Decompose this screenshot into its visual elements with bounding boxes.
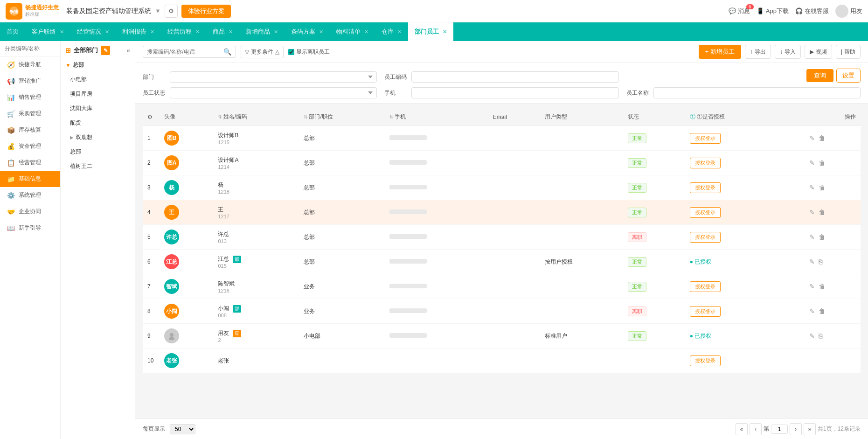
filter-dept-select[interactable] [170,71,377,83]
dept-item-zongbu[interactable]: 总部 [61,145,135,159]
auth-login-button[interactable]: 授权登录 [690,281,721,292]
left-nav-search-input[interactable] [5,45,61,52]
dept-edit-button[interactable]: ✎ [101,46,110,55]
edit-icon[interactable]: ✎ [809,307,815,315]
nav-item-finance[interactable]: 💰 资金管理 [0,138,60,154]
nav-item-profit[interactable]: 利润报告 ✕ [116,22,161,41]
auth-login-button[interactable]: 授权登录 [690,232,721,243]
settings-button[interactable]: ⚙ [165,5,178,18]
auth-login-button[interactable]: 授权登录 [690,306,721,317]
phone-sort-icon[interactable]: ⇅ [389,114,393,119]
nav-close-bom[interactable]: ✕ [364,29,368,35]
nav-item-operations[interactable]: 经营情况 ✕ [70,22,116,41]
dept-item-shenyang[interactable]: 沈阳大库 [61,101,135,116]
filter-status-select[interactable] [170,87,377,98]
delete-icon[interactable]: 🗑 [819,159,825,167]
show-resigned-input[interactable] [288,49,294,55]
nav-item-system[interactable]: ⚙️ 系统管理 [0,187,60,203]
edit-icon[interactable]: ✎ [809,283,815,290]
last-page-button[interactable]: » [804,423,816,435]
edit-icon[interactable]: ✎ [809,209,815,216]
first-page-button[interactable]: « [736,423,748,435]
dept-sort-icon[interactable]: ⇅ [304,114,307,119]
auth-login-button[interactable]: 授权登录 [690,182,721,193]
nav-item-shortcut[interactable]: 🧭 快捷导航 [0,56,60,73]
next-page-button[interactable]: › [790,423,802,435]
delete-icon[interactable]: 🗑 [819,184,825,191]
nav-item-warehouse[interactable]: 仓库 ✕ [375,22,408,41]
edit-icon[interactable]: ✎ [809,233,815,241]
auth-login-button[interactable]: 授权登录 [690,133,721,144]
nav-item-management[interactable]: 📋 经营管理 [0,154,60,171]
nav-item-sales[interactable]: 📊 销售管理 [0,89,60,105]
filter-name-input[interactable] [653,87,861,98]
edit-icon[interactable]: ✎ [809,159,815,167]
nav-item-marketing[interactable]: 📢 营销推广 [0,73,60,89]
prev-page-button[interactable]: ‹ [750,423,762,435]
auth-login-button[interactable]: 授权登录 [690,207,721,218]
copy-icon[interactable]: ⎘ [819,332,822,340]
help-button[interactable]: | 帮助 [836,45,861,59]
col-settings-icon[interactable]: ⚙ [147,114,153,120]
nav-item-department[interactable]: 部门员工 ✕ [408,22,453,41]
nav-item-home[interactable]: 首页 [0,22,25,41]
nav-item-inventory[interactable]: 📦 库存核算 [0,122,60,138]
nav-item-customer[interactable]: 客户联络 ✕ [25,22,70,41]
dept-item-shuanglu[interactable]: ▶ 双鹿想 [61,130,135,145]
view-button[interactable]: ▶ 视频 [805,45,832,59]
trial-button[interactable]: 体验行业方案 [181,5,231,18]
app-download-button[interactable]: 📱 App下载 [757,7,789,15]
sort-icon[interactable]: ⇅ [218,114,222,119]
delete-icon[interactable]: 🗑 [819,307,825,315]
edit-icon[interactable]: ✎ [809,258,815,265]
nav-close-goods[interactable]: ✕ [229,29,233,35]
delete-icon[interactable]: 🗑 [819,233,825,241]
edit-icon[interactable]: ✎ [809,332,815,340]
nav-close-customer[interactable]: ✕ [60,29,64,35]
dept-item-zhishu[interactable]: 植树王二 [61,159,135,174]
filter-code-input[interactable] [411,71,618,83]
export-button[interactable]: ↑ 导出 [745,45,771,59]
filter-phone-input[interactable] [411,87,618,98]
dept-collapse-button[interactable]: « [126,47,130,54]
import-button[interactable]: ↓ 导入 [775,45,801,59]
more-conditions-button[interactable]: ▽ 更多条件 △ [241,46,284,58]
auth-login-button[interactable]: 授权登录 [690,355,721,366]
nav-item-basic-info[interactable]: 📁 基础信息 [0,171,60,187]
nav-close-department[interactable]: ✕ [443,29,447,35]
online-service-button[interactable]: 🎧 在线客服 [795,7,829,15]
copy-icon[interactable]: ⎘ [819,258,822,265]
reset-button[interactable]: 设置 [836,69,861,83]
delete-icon[interactable]: 🗑 [819,134,825,142]
filter-search-icon[interactable]: 🔍 [223,48,231,56]
nav-item-collab[interactable]: 🤝 企业协同 [0,203,60,220]
edit-icon[interactable]: ✎ [809,134,815,142]
dept-group-head[interactable]: ▼ 总部 [61,58,135,72]
delete-icon[interactable]: 🗑 [819,283,825,290]
edit-icon[interactable]: ✎ [809,184,815,191]
nav-close-new-goods[interactable]: ✕ [274,29,278,35]
delete-icon[interactable]: 🗑 [819,209,825,216]
query-button[interactable]: 查询 [806,69,833,82]
page-size-select[interactable]: 50 10 20 100 [170,424,195,434]
nav-item-bom[interactable]: 物料清单 ✕ [330,22,375,41]
nav-close-journey[interactable]: ✕ [195,29,200,35]
nav-close-operations[interactable]: ✕ [105,29,109,35]
nav-close-warehouse[interactable]: ✕ [397,29,402,35]
nav-close-barcode[interactable]: ✕ [319,29,323,35]
nav-item-goods[interactable]: 商品 ✕ [206,22,239,41]
show-resigned-checkbox[interactable]: 显示离职员工 [288,48,330,56]
page-number-input[interactable] [771,425,788,434]
system-caret-icon[interactable]: ▼ [155,7,161,14]
user-area[interactable]: 用友 [835,5,862,18]
nav-item-barcode[interactable]: 条码方案 ✕ [285,22,330,41]
dept-item-project[interactable]: 项目库房 [61,87,135,101]
nav-item-guide[interactable]: 📖 新手引导 [0,220,60,236]
nav-item-new-goods[interactable]: 新增商品 ✕ [239,22,285,41]
nav-item-purchase[interactable]: 🛒 采购管理 [0,105,60,122]
message-button[interactable]: 💬 消息 6 [729,7,750,15]
dept-item-xiaodian[interactable]: 小电部 [61,72,135,87]
nav-item-journey[interactable]: 经营历程 ✕ [161,22,206,41]
add-employee-button[interactable]: + 新增员工 [699,45,741,59]
auth-login-button[interactable]: 授权登录 [690,158,721,168]
